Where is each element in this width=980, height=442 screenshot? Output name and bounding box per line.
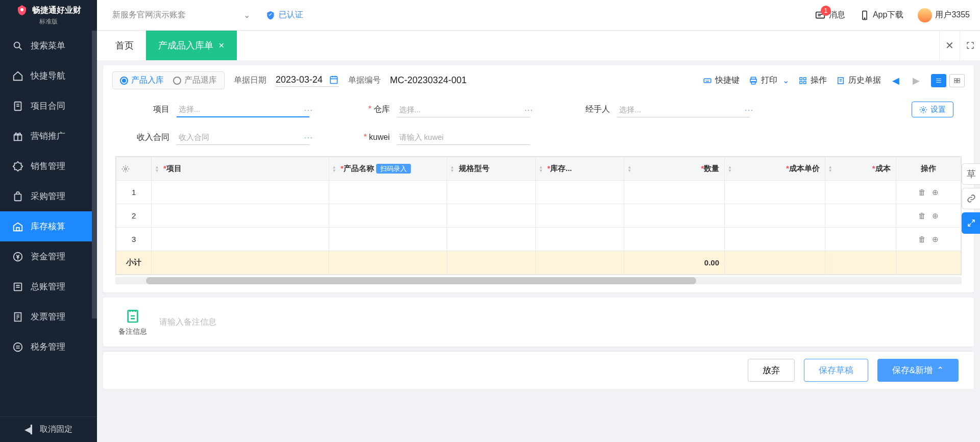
sidebar-item-marketing[interactable]: 营销推广 <box>0 121 97 151</box>
view-card-button[interactable] <box>949 74 965 87</box>
col-qty[interactable]: ▲▼*数量 <box>624 157 725 181</box>
remarks-input[interactable] <box>159 317 959 327</box>
tab-home[interactable]: 首页 <box>103 31 146 60</box>
col-gear[interactable] <box>116 157 152 181</box>
next-doc-button[interactable]: ▶ <box>911 75 922 86</box>
sidebar-item-funds[interactable]: 资金管理 <box>0 241 97 272</box>
remarks-card: 备注信息 <box>103 298 974 347</box>
svg-point-0 <box>20 8 23 11</box>
svg-rect-21 <box>804 81 806 84</box>
sidebar-item-search[interactable]: 搜索菜单 <box>0 31 97 61</box>
col-project[interactable]: ▲▼ *项目 <box>152 157 329 181</box>
table-row[interactable]: 3🗑⊕ <box>116 228 961 251</box>
table-hscrollbar[interactable] <box>115 277 962 284</box>
col-spec[interactable]: ▲▼ 规格型号 <box>447 157 536 181</box>
close-icon[interactable]: ✕ <box>218 41 225 50</box>
sidebar-label: 税务管理 <box>31 341 65 353</box>
radio-product-out[interactable]: 产品退库 <box>173 75 217 86</box>
add-row-icon[interactable]: ⊕ <box>932 211 939 220</box>
col-product-name[interactable]: ▲▼ *产品名称扫码录入 <box>329 157 447 181</box>
sidebar-item-invoice[interactable]: 发票管理 <box>0 302 97 332</box>
logo-area: 畅捷通好业财 标准版 <box>0 0 97 31</box>
account-selector[interactable]: 新服务官网演示账套 ⌄ <box>97 10 265 20</box>
income-contract-input[interactable] <box>177 130 309 145</box>
sidebar-item-ledger[interactable]: 总账管理 <box>0 272 97 302</box>
shortcut-button[interactable]: 快捷键 <box>703 75 740 86</box>
col-cost[interactable]: ▲▼*成本 <box>825 157 896 181</box>
kuwei-input[interactable] <box>397 130 530 145</box>
tabs-close-all[interactable]: ✕ <box>939 31 960 60</box>
settings-label: 设置 <box>930 105 946 114</box>
strip-draft-button[interactable]: 草 <box>962 163 980 185</box>
delete-row-icon[interactable]: 🗑 <box>918 235 926 243</box>
col-unit-cost[interactable]: ▲▼*成本单价 <box>725 157 825 181</box>
tabs-bar: 首页 产成品入库单 ✕ ✕ <box>97 31 980 60</box>
svg-rect-20 <box>800 81 802 84</box>
user-menu[interactable]: 用户3355 <box>918 8 970 22</box>
sort-icon: ▲▼ <box>450 165 454 173</box>
delete-row-icon[interactable]: 🗑 <box>918 211 926 220</box>
warehouse-input[interactable] <box>397 102 530 117</box>
radio-product-in[interactable]: 产品入库 <box>120 75 164 86</box>
view-list-button[interactable] <box>931 74 946 87</box>
svg-point-4 <box>14 42 20 47</box>
form-row-2: 收入合同 ··· *kuwei <box>103 124 974 151</box>
sidebar-item-project-contract[interactable]: 项目合同 <box>0 91 97 121</box>
field-project: 项目 ··· <box>124 102 313 117</box>
subtotal-row: 小计0.00 <box>116 251 961 275</box>
operate-button[interactable]: 操作 <box>798 75 827 86</box>
print-button[interactable]: 打印⌄ <box>749 75 789 86</box>
svg-point-12 <box>14 342 22 351</box>
sidebar-collapse-button[interactable]: ◀▎ 取消固定 <box>0 416 97 442</box>
table-row[interactable]: 1🗑⊕ <box>116 181 961 204</box>
tab-product-in[interactable]: 产成品入库单 ✕ <box>146 31 237 60</box>
doc-date-input[interactable]: 2023-03-24 <box>276 75 339 87</box>
more-icon[interactable]: ··· <box>745 106 754 114</box>
sidebar-item-purchase[interactable]: 采购管理 <box>0 181 97 211</box>
discard-button[interactable]: 放弃 <box>748 359 795 382</box>
prev-doc-button[interactable]: ◀ <box>890 75 901 86</box>
app-download-button[interactable]: App下载 <box>860 10 903 21</box>
document-card: 产品入库 产品退库 单据日期 2023-03-24 单据编号 MC-202303… <box>103 65 974 292</box>
remarks-icon-area: 备注信息 <box>118 308 147 336</box>
messages-button[interactable]: 1 消息 <box>815 10 845 21</box>
sidebar-item-tax[interactable]: 税务管理 <box>0 332 97 362</box>
more-icon[interactable]: ··· <box>525 106 534 114</box>
account-text: 新服务官网演示账套 <box>112 10 186 20</box>
sort-icon: ▲▼ <box>539 165 543 173</box>
table-row[interactable]: 2🗑⊕ <box>116 204 961 228</box>
print-label: 打印 <box>761 75 777 86</box>
col-inventory[interactable]: ▲▼ *库存... <box>535 157 624 181</box>
strip-link-button[interactable] <box>962 188 980 209</box>
operate-label: 操作 <box>811 75 827 86</box>
fullscreen-button[interactable] <box>960 31 980 60</box>
user-name: 用户3355 <box>935 10 970 20</box>
history-button[interactable]: 历史单据 <box>836 75 881 86</box>
doc-toolbar: 产品入库 产品退库 单据日期 2023-03-24 单据编号 MC-202303… <box>103 65 974 95</box>
radio-dot-icon <box>120 77 128 85</box>
remarks-label: 备注信息 <box>118 327 147 336</box>
delete-row-icon[interactable]: 🗑 <box>918 188 926 197</box>
sidebar-item-quicknav[interactable]: 快捷导航 <box>0 61 97 91</box>
printer-icon <box>749 76 758 85</box>
save-new-button[interactable]: 保存&新增⌃ <box>877 359 959 382</box>
handler-input[interactable] <box>617 102 750 117</box>
scan-badge[interactable]: 扫码录入 <box>376 164 411 174</box>
project-input[interactable] <box>177 102 309 117</box>
add-row-icon[interactable]: ⊕ <box>932 188 939 197</box>
scrollbar-thumb[interactable] <box>146 277 696 284</box>
save-draft-button[interactable]: 保存草稿 <box>804 359 868 382</box>
sidebar-item-sales[interactable]: 销售管理 <box>0 151 97 181</box>
app-header: 畅捷通好业财 标准版 新服务官网演示账套 ⌄ 已认证 1 消息 App下载 用户… <box>0 0 980 31</box>
sidebar-scrollbar[interactable] <box>92 31 97 318</box>
strip-expand-button[interactable] <box>962 212 980 234</box>
settings-button[interactable]: 设置 <box>912 102 953 117</box>
svg-point-28 <box>125 168 127 170</box>
more-icon[interactable]: ··· <box>304 106 313 114</box>
history-label: 历史单据 <box>848 75 881 86</box>
chevron-up-icon: ⌃ <box>937 365 944 376</box>
sidebar-item-inventory[interactable]: 库存核算 <box>0 211 97 241</box>
add-row-icon[interactable]: ⊕ <box>932 235 939 243</box>
more-icon[interactable]: ··· <box>304 133 313 141</box>
tab-label: 首页 <box>115 39 134 52</box>
